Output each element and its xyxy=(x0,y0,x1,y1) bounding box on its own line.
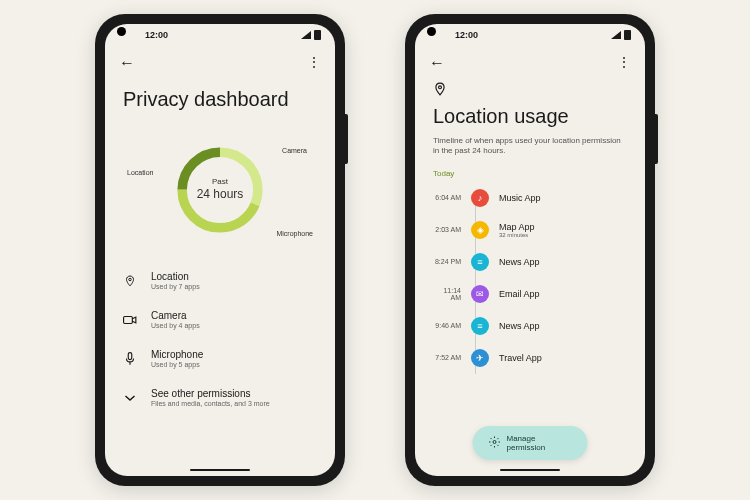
more-button[interactable]: ⋮ xyxy=(307,60,321,66)
timeline-app: Travel App xyxy=(499,353,542,363)
perm-sub: Files and media, contacts, and 3 more xyxy=(151,400,270,407)
perm-title: See other permissions xyxy=(151,388,270,399)
back-button[interactable]: ← xyxy=(119,54,135,72)
app-icon-map: ◈ xyxy=(471,221,489,239)
battery-icon xyxy=(624,30,631,40)
battery-icon xyxy=(314,30,321,40)
camera-icon xyxy=(123,313,137,327)
permission-item-other[interactable]: See other permissions Files and media, c… xyxy=(123,378,317,417)
page-title: Location usage xyxy=(415,101,645,136)
status-icons xyxy=(611,30,631,40)
screen-location-usage: 12:00 ← ⋮ Location usage Timeline of whe… xyxy=(415,24,645,476)
status-bar: 12:00 xyxy=(415,24,645,46)
home-indicator[interactable] xyxy=(500,469,560,471)
screen-privacy-dashboard: 12:00 ← ⋮ Privacy dashboard Past 24 hour… xyxy=(105,24,335,476)
usage-donut-chart: Past 24 hours Location Camera Microphone xyxy=(105,125,335,255)
timeline-item[interactable]: 9:46 AM ≡ News App xyxy=(433,310,627,342)
timeline-app: News App xyxy=(499,321,540,331)
permission-item-microphone[interactable]: Microphone Used by 5 apps xyxy=(123,339,317,378)
app-icon-news: ≡ xyxy=(471,317,489,335)
gear-icon xyxy=(489,436,501,450)
timeline-item[interactable]: 6:04 AM ♪ Music App xyxy=(433,182,627,214)
perm-title: Microphone xyxy=(151,349,203,360)
chart-label-camera: Camera xyxy=(282,147,307,154)
timeline-app: Email App xyxy=(499,289,540,299)
svg-point-6 xyxy=(439,86,442,89)
camera-hole xyxy=(427,27,436,36)
svg-rect-4 xyxy=(124,316,133,323)
timeline: 6:04 AM ♪ Music App 2:03 AM ◈ Map App 32… xyxy=(415,182,645,374)
timeline-time: 9:46 AM xyxy=(433,322,461,329)
signal-icon xyxy=(301,31,311,39)
status-time: 12:00 xyxy=(455,30,478,40)
section-today: Today xyxy=(415,165,645,182)
page-subtitle: Timeline of when apps used your location… xyxy=(415,136,645,165)
status-time: 12:00 xyxy=(145,30,168,40)
timeline-item[interactable]: 7:52 AM ✈ Travel App xyxy=(433,342,627,374)
status-icons xyxy=(301,30,321,40)
phone-frame-1: 12:00 ← ⋮ Privacy dashboard Past 24 hour… xyxy=(95,14,345,486)
timeline-item[interactable]: 11:14 AM ✉ Email App xyxy=(433,278,627,310)
timeline-time: 7:52 AM xyxy=(433,354,461,361)
permission-item-location[interactable]: Location Used by 7 apps xyxy=(123,261,317,300)
home-indicator[interactable] xyxy=(190,469,250,471)
perm-sub: Used by 4 apps xyxy=(151,322,200,329)
app-icon-email: ✉ xyxy=(471,285,489,303)
timeline-app: Map App xyxy=(499,222,535,232)
topbar: ← ⋮ xyxy=(415,46,645,76)
timeline-app: News App xyxy=(499,257,540,267)
more-button[interactable]: ⋮ xyxy=(617,60,631,66)
donut-center-top: Past xyxy=(212,177,228,186)
donut-center-bottom: 24 hours xyxy=(197,187,244,203)
timeline-time: 6:04 AM xyxy=(433,194,461,201)
chevron-down-icon xyxy=(123,391,137,405)
back-button[interactable]: ← xyxy=(429,54,445,72)
app-icon-travel: ✈ xyxy=(471,349,489,367)
perm-title: Location xyxy=(151,271,200,282)
perm-title: Camera xyxy=(151,310,200,321)
perm-sub: Used by 7 apps xyxy=(151,283,200,290)
donut-center-text: Past 24 hours xyxy=(197,177,244,203)
manage-permission-button[interactable]: Manage permission xyxy=(473,426,588,460)
perm-sub: Used by 5 apps xyxy=(151,361,203,368)
timeline-time: 11:14 AM xyxy=(433,287,461,301)
timeline-item[interactable]: 8:24 PM ≡ News App xyxy=(433,246,627,278)
signal-icon xyxy=(611,31,621,39)
topbar: ← ⋮ xyxy=(105,46,335,76)
timeline-item[interactable]: 2:03 AM ◈ Map App 32 minutes xyxy=(433,214,627,246)
location-icon xyxy=(123,274,137,288)
svg-point-7 xyxy=(493,441,496,444)
manage-permission-label: Manage permission xyxy=(507,434,572,452)
status-bar: 12:00 xyxy=(105,24,335,46)
chart-label-location: Location xyxy=(127,169,153,176)
timeline-time: 2:03 AM xyxy=(433,226,461,233)
camera-hole xyxy=(117,27,126,36)
timeline-app: Music App xyxy=(499,193,541,203)
permission-list: Location Used by 7 apps Camera Used by 4… xyxy=(105,255,335,423)
page-title: Privacy dashboard xyxy=(105,76,335,119)
chart-label-microphone: Microphone xyxy=(276,230,313,237)
app-icon-music: ♪ xyxy=(471,189,489,207)
permission-item-camera[interactable]: Camera Used by 4 apps xyxy=(123,300,317,339)
svg-rect-5 xyxy=(128,352,132,359)
app-icon-news: ≡ xyxy=(471,253,489,271)
svg-point-3 xyxy=(129,278,132,281)
phone-frame-2: 12:00 ← ⋮ Location usage Timeline of whe… xyxy=(405,14,655,486)
microphone-icon xyxy=(123,352,137,366)
location-icon xyxy=(415,76,645,101)
timeline-sub: 32 minutes xyxy=(499,232,535,238)
timeline-time: 8:24 PM xyxy=(433,258,461,265)
